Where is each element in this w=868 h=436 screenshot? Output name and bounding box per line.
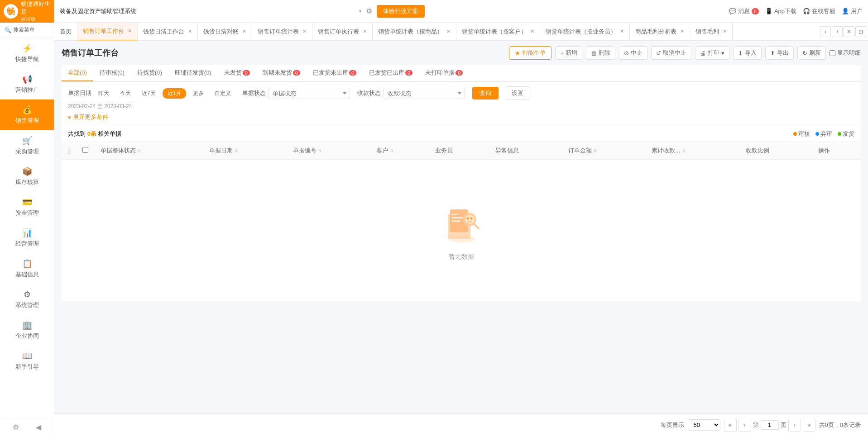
sub-tab-shipped-out[interactable]: 已发货已出库0: [363, 65, 419, 81]
page-next-btn[interactable]: ›: [788, 419, 801, 431]
sub-tab-not-printed[interactable]: 未打印单据0: [419, 65, 469, 81]
header-settings-icon[interactable]: ⚙: [366, 7, 372, 15]
date-btn-yesterday[interactable]: 昨天: [94, 88, 113, 99]
tab-close-sales-by-staff[interactable]: ✕: [620, 28, 624, 34]
date-btn-custom[interactable]: 自定义: [211, 88, 235, 99]
sidebar-item-sales[interactable]: 💰 销售管理: [0, 100, 54, 130]
delete-btn[interactable]: 🗑 删除: [586, 46, 615, 60]
tab-sales-stats[interactable]: 销售订单统计表 ✕: [252, 23, 312, 41]
search-icon: 🔍: [5, 27, 11, 33]
tab-sales-by-staff[interactable]: 销货单统计表（按业务员） ✕: [540, 23, 630, 41]
date-btn-7days[interactable]: 近7天: [138, 88, 160, 99]
per-page-select[interactable]: 50 10 20 100: [688, 419, 720, 431]
tab-cash-daily[interactable]: 钱货日清工作台 ✕: [138, 23, 198, 41]
app-title-dropdown[interactable]: ▾: [359, 9, 361, 14]
date-sort-icon[interactable]: ⇅: [234, 148, 238, 153]
sidebar-search[interactable]: 🔍 搜索菜单: [0, 23, 54, 38]
tab-close-sales-more[interactable]: ✕: [723, 28, 727, 34]
smart-create-btn[interactable]: ★ 智能生单: [509, 46, 551, 60]
select-all-checkbox[interactable]: [82, 147, 88, 153]
tab-expand-btn[interactable]: ⊡: [855, 26, 866, 37]
tab-home[interactable]: 首页: [54, 23, 77, 41]
stop-btn[interactable]: ⊘ 中止: [619, 46, 647, 60]
tab-sales-by-customer[interactable]: 销货单统计表（按客户） ✕: [456, 23, 540, 41]
sidebar-item-operations[interactable]: 📊 经营管理: [0, 223, 54, 253]
tab-close-cash-reconcile[interactable]: ✕: [242, 28, 246, 34]
page-prev-btn[interactable]: ‹: [739, 419, 751, 431]
cancel-stop-btn[interactable]: ↺ 取消中止: [651, 46, 691, 60]
tab-gross-profit[interactable]: 商品毛利分析表 ✕: [630, 23, 690, 41]
sub-tab-shipped-not-out[interactable]: 已发货未出库0: [307, 65, 363, 81]
tab-close-sales-exec[interactable]: ✕: [363, 28, 367, 34]
settings-bottom-icon[interactable]: ⚙: [13, 423, 19, 431]
number-sort-icon[interactable]: ⇅: [318, 148, 321, 153]
online-service-action[interactable]: 🎧 在线客服: [803, 7, 835, 15]
customer-sort-icon[interactable]: ⇅: [390, 148, 393, 153]
tab-cash-reconcile[interactable]: 钱货日清对账 ✕: [198, 23, 252, 41]
message-badge: 6: [752, 8, 759, 14]
tab-close-sales-workbench[interactable]: ✕: [128, 28, 132, 34]
tab-sales-exec[interactable]: 销售订单执行表 ✕: [312, 23, 373, 41]
batch-ship-btn[interactable]: 发货: [838, 130, 854, 138]
sub-tab-pending-inspect[interactable]: 待拣货(0): [131, 65, 168, 81]
tab-close-all-btn[interactable]: ✕: [844, 26, 854, 37]
status-sort-icon[interactable]: ⇅: [138, 148, 141, 153]
tab-close-gross-profit[interactable]: ✕: [680, 28, 684, 34]
sidebar-item-guide[interactable]: 📖 新手引导: [0, 346, 54, 376]
sidebar-item-finance[interactable]: 💳 资金管理: [0, 192, 54, 223]
batch-review-btn[interactable]: 审核: [793, 130, 810, 138]
delete-icon: 🗑: [591, 50, 597, 57]
show-detail-checkbox[interactable]: [830, 50, 835, 56]
tab-close-sales-stats[interactable]: ✕: [302, 28, 307, 34]
sub-tab-all[interactable]: 全部(0): [62, 65, 93, 81]
sub-tab-wangpu[interactable]: 旺铺待发货(0): [168, 65, 218, 81]
show-detail-label[interactable]: 显示明细: [830, 49, 861, 57]
sidebar-item-quick-nav[interactable]: ⚡ 快捷导航: [0, 38, 54, 69]
quick-nav-icon: ⚡: [22, 43, 32, 53]
export-btn[interactable]: ⬆ 导出: [765, 46, 794, 60]
app-download-action[interactable]: 📱 App下载: [765, 7, 796, 15]
tab-close-cash-daily[interactable]: ✕: [188, 28, 192, 34]
sub-tab-overdue-not-shipped[interactable]: 到期未发货0: [256, 65, 307, 81]
experience-btn[interactable]: 体验行业方案: [377, 5, 425, 18]
expand-conditions-btn[interactable]: ▾ 展开更多条件: [68, 113, 854, 121]
message-action[interactable]: 💬 消息 6: [729, 7, 759, 15]
batch-uncheck-btn[interactable]: 弃审: [815, 130, 832, 138]
add-btn[interactable]: + 新增: [555, 46, 582, 60]
payment-select[interactable]: 收款状态: [384, 88, 465, 99]
sidebar-item-inventory[interactable]: 📦 库存核算: [0, 161, 54, 192]
tab-sales-more[interactable]: 销售毛利 ✕: [690, 23, 733, 41]
page-number-input[interactable]: [761, 420, 779, 430]
status-select[interactable]: 单据状态: [269, 88, 350, 99]
tab-close-sales-by-product[interactable]: ✕: [446, 28, 451, 34]
date-btn-1month[interactable]: 近1月: [163, 88, 187, 99]
sidebar-item-purchase[interactable]: 🛒 采购管理: [0, 130, 54, 161]
collected-sort-icon[interactable]: ⇅: [682, 148, 686, 153]
page-last-btn[interactable]: »: [803, 419, 815, 431]
tab-close-sales-by-customer[interactable]: ✕: [530, 28, 534, 34]
table-info-bar: 共找到 0条 相关单据 审核 弃审: [62, 126, 861, 142]
query-btn[interactable]: 查询: [472, 87, 499, 100]
sidebar-item-marketing[interactable]: 📢 营销推广: [0, 69, 54, 100]
set-btn[interactable]: 设置: [506, 86, 529, 100]
date-btn-more[interactable]: 更多: [189, 88, 208, 99]
refresh-btn[interactable]: ↻ 刷新: [797, 46, 826, 60]
tab-next-btn[interactable]: ›: [832, 26, 843, 37]
print-btn[interactable]: 🖨 打印 ▾: [695, 46, 729, 60]
sidebar-item-base-info[interactable]: 📋 基础信息: [0, 253, 54, 284]
collapse-icon[interactable]: ◀: [36, 423, 41, 431]
amount-sort-icon[interactable]: ⇅: [593, 148, 597, 153]
import-btn[interactable]: ⬇ 导入: [733, 46, 762, 60]
sub-tab-pending-review[interactable]: 待审核(0): [93, 65, 131, 81]
tab-prev-btn[interactable]: ‹: [820, 26, 831, 37]
th-checkbox[interactable]: [77, 142, 95, 160]
tab-sales-by-product[interactable]: 销货单统计表（按商品） ✕: [373, 23, 456, 41]
sidebar-item-system[interactable]: ⚙ 系统管理: [0, 284, 54, 315]
user-action[interactable]: 👤 用户: [842, 7, 863, 15]
sub-tab-not-shipped[interactable]: 未发货0: [218, 65, 256, 81]
sidebar-item-enterprise[interactable]: 🏢 企业协同: [0, 315, 54, 346]
tab-sales-workbench[interactable]: 销售订单工作台 ✕: [77, 23, 138, 41]
date-btn-today[interactable]: 今天: [116, 88, 135, 99]
message-icon: 💬: [729, 8, 736, 14]
page-first-btn[interactable]: «: [724, 419, 737, 431]
